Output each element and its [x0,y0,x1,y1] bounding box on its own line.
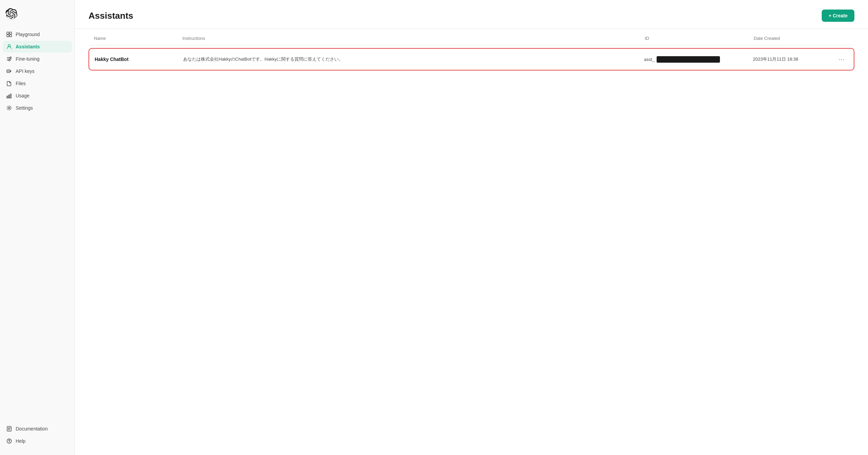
svg-rect-1 [10,32,12,34]
openai-logo-icon [5,8,18,20]
sidebar-item-api-keys-label: API keys [16,68,34,74]
sidebar-item-usage[interactable]: Usage [3,90,72,101]
files-icon [6,80,12,87]
assistants-icon [6,44,12,50]
sidebar: Playground Assistants Fine-tuning [0,0,75,455]
settings-icon [6,105,12,111]
id-prefix: asst_ [644,57,655,62]
svg-rect-2 [7,35,9,37]
svg-rect-3 [10,35,12,37]
svg-rect-10 [9,95,10,98]
table-header: Name Instructions ID Date Created [89,32,854,45]
sidebar-item-documentation[interactable]: Documentation [3,423,72,435]
svg-rect-0 [7,32,9,34]
col-name: Name [94,36,182,41]
sidebar-item-usage-label: Usage [16,93,29,98]
svg-rect-9 [7,96,8,98]
sidebar-item-assistants-label: Assistants [16,44,40,49]
create-button[interactable]: + Create [822,10,854,22]
col-instructions: Instructions [182,36,645,41]
page-title: Assistants [89,11,133,21]
nav-section: Playground Assistants Fine-tuning [0,29,75,423]
fine-tuning-icon [6,56,12,62]
sidebar-item-assistants[interactable]: Assistants [3,41,72,52]
usage-icon [6,93,12,99]
sidebar-item-help[interactable]: Help [3,435,72,447]
sidebar-item-settings-label: Settings [16,105,33,111]
svg-point-4 [8,45,10,47]
svg-point-12 [9,107,10,109]
more-options-button[interactable]: ⋯ [835,54,848,64]
documentation-icon [6,426,12,432]
svg-rect-11 [10,94,11,98]
assistant-date: 2023年11月11日 18:38 [753,56,835,62]
assistant-id: asst_ [644,56,753,63]
sidebar-item-documentation-label: Documentation [16,426,48,432]
logo-area [0,5,75,29]
api-keys-icon [6,68,12,74]
id-redacted-value [657,56,720,63]
svg-point-15 [9,442,10,443]
main-content: Assistants + Create Name Instructions ID… [75,0,868,455]
help-icon [6,438,12,444]
assistant-instructions: あなたは株式会社HakkyのChatBotです。Hakkyに関する質問に答えてく… [183,56,644,63]
sidebar-item-api-keys[interactable]: API keys [3,65,72,77]
sidebar-item-files[interactable]: Files [3,78,72,89]
sidebar-item-help-label: Help [16,438,26,444]
playground-icon [6,31,12,37]
sidebar-item-playground-label: Playground [16,32,40,37]
assistant-name: Hakky ChatBot [95,57,183,62]
sidebar-item-playground[interactable]: Playground [3,29,72,40]
col-date: Date Created [754,36,835,41]
nav-bottom: Documentation Help [0,423,75,450]
table-row[interactable]: Hakky ChatBot あなたは株式会社HakkyのChatBotです。Ha… [89,48,854,70]
assistants-table: Name Instructions ID Date Created Hakky … [75,29,868,455]
sidebar-item-fine-tuning[interactable]: Fine-tuning [3,53,72,65]
col-actions [835,36,849,41]
svg-point-8 [7,71,9,72]
svg-point-6 [9,60,10,61]
main-header: Assistants + Create [75,0,868,29]
sidebar-item-fine-tuning-label: Fine-tuning [16,56,39,62]
sidebar-item-files-label: Files [16,81,26,86]
col-id: ID [645,36,754,41]
svg-point-5 [10,57,11,58]
sidebar-item-settings[interactable]: Settings [3,102,72,114]
